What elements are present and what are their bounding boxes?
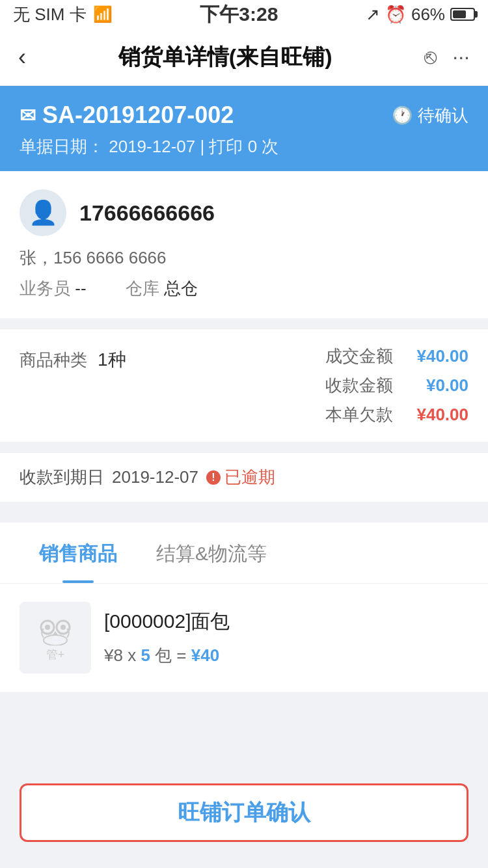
order-header: ✉ SA-20191207-002 🕐 待确认 单据日期： 2019-12-07…	[0, 86, 488, 171]
due-date-label: 收款到期日	[20, 466, 104, 489]
time-label: 下午3:28	[200, 1, 278, 28]
nav-bar: ‹ 销货单详情(来自旺铺) ⎋ ···	[0, 29, 488, 86]
tab-settlement[interactable]: 结算&物流等	[137, 522, 286, 583]
order-date: 单据日期： 2019-12-07 | 打印 0 次	[20, 135, 468, 158]
deal-amount-label: 成交金额	[325, 345, 393, 368]
price-value: ¥8	[104, 645, 123, 665]
owl-logo-icon	[36, 613, 75, 645]
customer-phone: 17666666666	[79, 200, 215, 226]
goods-type-section: 商品种类 1种	[20, 345, 325, 372]
battery-icon	[450, 8, 475, 21]
goods-type-label: 商品种类	[20, 349, 87, 372]
status-clock-icon: 🕐	[392, 105, 413, 126]
status-bar: 无 SIM 卡 📶 下午3:28 ↗ ⏰ 66%	[0, 0, 488, 29]
product-thumbnail: 管+	[20, 602, 91, 673]
avatar: 👤	[20, 189, 66, 236]
share-button[interactable]: ⎋	[424, 45, 437, 69]
back-button[interactable]: ‹	[18, 44, 26, 71]
received-value: ¥0.00	[403, 375, 468, 396]
status-left: 无 SIM 卡 📶	[13, 3, 113, 26]
quantity-value: 5	[141, 645, 150, 665]
sales-label: 业务员	[20, 278, 70, 298]
order-status: 🕐 待确认	[392, 104, 468, 127]
page-title: 销货单详情(来自旺铺)	[118, 42, 332, 72]
customer-meta: 业务员 -- 仓库 总仓	[20, 277, 468, 300]
wifi-icon: 📶	[93, 5, 113, 23]
tabs-container: 销售商品 结算&物流等	[0, 522, 488, 584]
confirm-button-container: 旺铺订单确认	[20, 783, 468, 842]
order-id-text: SA-20191207-002	[42, 102, 234, 129]
product-list: 管+ [0000002]面包 ¥8 x 5 包 = ¥40	[0, 584, 488, 692]
avatar-icon: 👤	[29, 199, 58, 226]
svg-point-5	[44, 635, 67, 645]
customer-card: 👤 17666666666 张，156 6666 6666 业务员 -- 仓库 …	[0, 171, 488, 318]
product-item: 管+ [0000002]面包 ¥8 x 5 包 = ¥40	[0, 584, 488, 692]
order-id: ✉ SA-20191207-002	[20, 102, 234, 129]
owed-amount-row: 本单欠款 ¥40.00	[325, 403, 468, 426]
svg-point-3	[61, 625, 66, 630]
carrier-label: 无 SIM 卡	[13, 3, 87, 26]
total-value: ¥40	[191, 645, 219, 665]
due-date-value: 2019-12-07	[112, 467, 198, 487]
deal-amount-value: ¥40.00	[403, 346, 468, 366]
warehouse-info: 仓库 总仓	[126, 277, 198, 300]
goods-type-value: 1种	[98, 347, 126, 372]
location-icon: ↗	[366, 5, 380, 25]
product-details: [0000002]面包 ¥8 x 5 包 = ¥40	[104, 608, 230, 667]
warehouse-label: 仓库	[126, 278, 159, 298]
overdue-text: 已逾期	[224, 466, 275, 489]
alarm-icon: ⏰	[385, 5, 406, 25]
status-text: 待确认	[418, 104, 468, 127]
unit-label: 包	[155, 645, 172, 665]
owed-label: 本单欠款	[325, 403, 393, 426]
deal-amount-row: 成交金额 ¥40.00	[325, 345, 468, 368]
overdue-icon: !	[206, 470, 221, 485]
received-amount-row: 收款金额 ¥0.00	[325, 374, 468, 397]
sales-info: 业务员 --	[20, 277, 87, 300]
amounts-section: 成交金额 ¥40.00 收款金额 ¥0.00 本单欠款 ¥40.00	[325, 345, 468, 426]
more-button[interactable]: ···	[452, 45, 470, 69]
status-right: ↗ ⏰ 66%	[366, 5, 475, 25]
tab-sales-goods[interactable]: 销售商品	[20, 522, 137, 583]
battery-label: 66%	[411, 5, 445, 25]
due-date-card: 收款到期日 2019-12-07 ! 已逾期	[0, 453, 488, 502]
product-price: ¥8 x 5 包 = ¥40	[104, 644, 230, 667]
received-label: 收款金额	[325, 374, 393, 397]
logo-text: 管+	[46, 647, 65, 662]
order-icon: ✉	[20, 104, 36, 127]
svg-point-2	[45, 625, 50, 630]
customer-name: 张，156 6666 6666	[20, 247, 468, 269]
confirm-order-button[interactable]: 旺铺订单确认	[20, 783, 468, 842]
divider-3	[0, 512, 488, 522]
summary-card: 商品种类 1种 成交金额 ¥40.00 收款金额 ¥0.00 本单欠款 ¥40.…	[0, 329, 488, 442]
owed-value: ¥40.00	[403, 405, 468, 425]
sales-value: --	[75, 278, 86, 298]
nav-actions: ⎋ ···	[424, 45, 470, 69]
product-name: [0000002]面包	[104, 608, 230, 635]
warehouse-value: 总仓	[164, 278, 198, 298]
overdue-badge: ! 已逾期	[206, 466, 275, 489]
